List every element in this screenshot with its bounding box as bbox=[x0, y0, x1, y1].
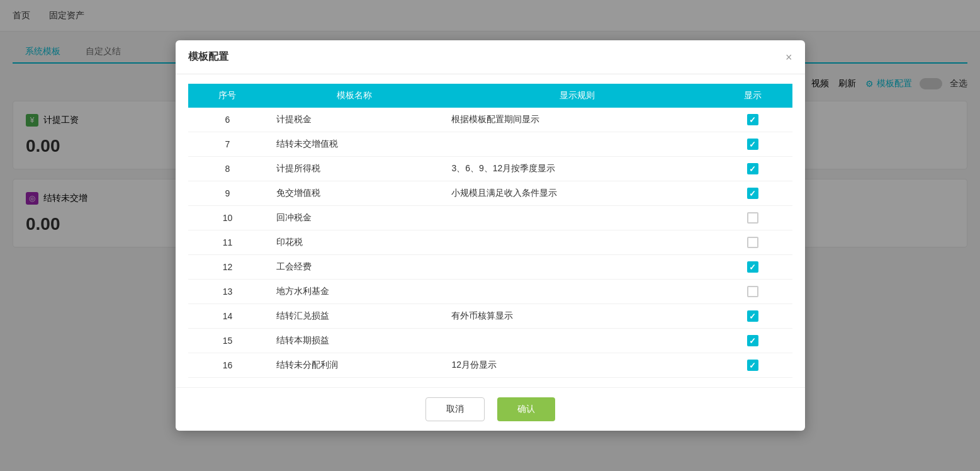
cell-rule bbox=[442, 329, 712, 353]
checkbox-10[interactable] bbox=[747, 212, 758, 224]
checkbox-13[interactable] bbox=[747, 286, 758, 297]
cell-checkbox bbox=[713, 329, 792, 353]
cell-rule bbox=[442, 280, 712, 304]
checkbox-container bbox=[723, 212, 783, 224]
checkbox-container bbox=[723, 188, 783, 199]
checkbox-container bbox=[723, 310, 783, 322]
table-row: 15结转本期损益 bbox=[188, 329, 792, 353]
table-row: 14结转汇兑损益有外币核算显示 bbox=[188, 304, 792, 329]
cell-seq: 10 bbox=[188, 206, 268, 230]
cell-name: 结转未交增值税 bbox=[267, 132, 442, 157]
cell-seq: 11 bbox=[188, 230, 268, 255]
cell-checkbox bbox=[713, 181, 792, 206]
checkbox-11[interactable] bbox=[747, 237, 758, 248]
cell-checkbox bbox=[713, 230, 792, 255]
checkbox-container bbox=[723, 335, 783, 346]
cell-seq: 9 bbox=[188, 181, 268, 206]
table-row: 12工会经费 bbox=[188, 255, 792, 280]
checkbox-container bbox=[723, 114, 783, 125]
col-seq: 序号 bbox=[188, 84, 268, 108]
modal-body: 序号 模板名称 显示规则 显示 6计提税金根据模板配置期间显示7结转未交增值税8… bbox=[176, 74, 805, 387]
cell-name: 回冲税金 bbox=[267, 206, 442, 230]
cell-rule: 有外币核算显示 bbox=[442, 304, 712, 329]
table-header: 序号 模板名称 显示规则 显示 bbox=[188, 84, 792, 108]
cell-rule bbox=[442, 255, 712, 280]
cell-rule: 3、6、9、12月按季度显示 bbox=[442, 157, 712, 181]
cell-name: 印花税 bbox=[267, 230, 442, 255]
modal-header: 模板配置 × bbox=[176, 40, 805, 74]
cell-seq: 14 bbox=[188, 304, 268, 329]
cell-name: 结转未分配利润 bbox=[267, 353, 442, 378]
checkbox-container bbox=[723, 360, 783, 371]
checkbox-container bbox=[723, 237, 783, 248]
cell-checkbox bbox=[713, 157, 792, 181]
checkbox-6[interactable] bbox=[747, 114, 758, 125]
table-row: 16结转未分配利润12月份显示 bbox=[188, 353, 792, 378]
modal-close-button[interactable]: × bbox=[786, 52, 792, 63]
cell-name: 结转汇兑损益 bbox=[267, 304, 442, 329]
checkbox-9[interactable] bbox=[747, 188, 758, 199]
cell-rule bbox=[442, 132, 712, 157]
table-row: 11印花税 bbox=[188, 230, 792, 255]
cell-checkbox bbox=[713, 304, 792, 329]
checkbox-7[interactable] bbox=[747, 139, 758, 150]
col-rule: 显示规则 bbox=[442, 84, 712, 108]
cell-rule bbox=[442, 230, 712, 255]
cell-rule: 根据模板配置期间显示 bbox=[442, 108, 712, 132]
cell-name: 工会经费 bbox=[267, 255, 442, 280]
table-row: 8计提所得税3、6、9、12月按季度显示 bbox=[188, 157, 792, 181]
modal-overlay: 模板配置 × 序号 模板名称 显示规则 显示 6计提税金根据模板配置期间显示7结… bbox=[0, 0, 980, 471]
cell-seq: 6 bbox=[188, 108, 268, 132]
confirm-button[interactable]: 确认 bbox=[497, 397, 555, 421]
cancel-button[interactable]: 取消 bbox=[425, 397, 485, 421]
checkbox-container bbox=[723, 163, 783, 174]
col-show: 显示 bbox=[713, 84, 792, 108]
cell-seq: 12 bbox=[188, 255, 268, 280]
cell-rule: 小规模且满足收入条件显示 bbox=[442, 181, 712, 206]
table-body: 6计提税金根据模板配置期间显示7结转未交增值税8计提所得税3、6、9、12月按季… bbox=[188, 108, 792, 378]
cell-seq: 15 bbox=[188, 329, 268, 353]
cell-checkbox bbox=[713, 132, 792, 157]
cell-name: 结转本期损益 bbox=[267, 329, 442, 353]
checkbox-14[interactable] bbox=[747, 310, 758, 322]
checkbox-container bbox=[723, 261, 783, 273]
cell-seq: 13 bbox=[188, 280, 268, 304]
table-row: 10回冲税金 bbox=[188, 206, 792, 230]
table-row: 6计提税金根据模板配置期间显示 bbox=[188, 108, 792, 132]
modal-title: 模板配置 bbox=[188, 50, 228, 64]
config-table: 序号 模板名称 显示规则 显示 6计提税金根据模板配置期间显示7结转未交增值税8… bbox=[188, 84, 792, 378]
cell-checkbox bbox=[713, 206, 792, 230]
modal-footer: 取消 确认 bbox=[176, 387, 805, 431]
template-config-modal: 模板配置 × 序号 模板名称 显示规则 显示 6计提税金根据模板配置期间显示7结… bbox=[176, 40, 805, 431]
cell-rule bbox=[442, 206, 712, 230]
table-row: 7结转未交增值税 bbox=[188, 132, 792, 157]
cell-name: 地方水利基金 bbox=[267, 280, 442, 304]
cell-name: 免交增值税 bbox=[267, 181, 442, 206]
cell-rule: 12月份显示 bbox=[442, 353, 712, 378]
table-row: 9免交增值税小规模且满足收入条件显示 bbox=[188, 181, 792, 206]
cell-name: 计提所得税 bbox=[267, 157, 442, 181]
col-name: 模板名称 bbox=[267, 84, 442, 108]
cell-seq: 16 bbox=[188, 353, 268, 378]
checkbox-8[interactable] bbox=[747, 163, 758, 174]
checkbox-15[interactable] bbox=[747, 335, 758, 346]
cell-seq: 7 bbox=[188, 132, 268, 157]
checkbox-container bbox=[723, 286, 783, 297]
checkbox-12[interactable] bbox=[747, 261, 758, 273]
cell-checkbox bbox=[713, 255, 792, 280]
cell-name: 计提税金 bbox=[267, 108, 442, 132]
cell-seq: 8 bbox=[188, 157, 268, 181]
cell-checkbox bbox=[713, 280, 792, 304]
cell-checkbox bbox=[713, 108, 792, 132]
cell-checkbox bbox=[713, 353, 792, 378]
checkbox-container bbox=[723, 139, 783, 150]
checkbox-16[interactable] bbox=[747, 360, 758, 371]
table-row: 13地方水利基金 bbox=[188, 280, 792, 304]
